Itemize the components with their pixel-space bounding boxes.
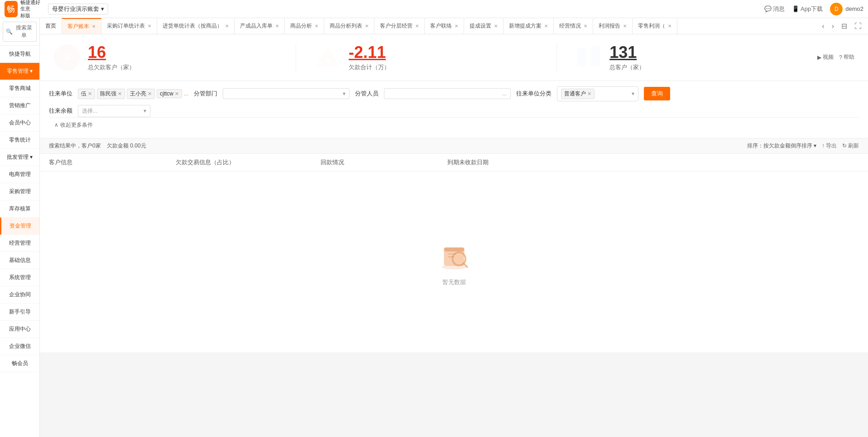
sort-select[interactable]: 排序：按欠款金额倒序排序 ▾ xyxy=(747,142,816,150)
tab-more-btn[interactable]: ⊟ xyxy=(839,21,850,31)
tab-customer-tier[interactable]: 客户分层经营 ✕ xyxy=(374,18,425,34)
sidebar-item-member[interactable]: 会员中心 xyxy=(0,114,39,132)
query-button[interactable]: 查询 xyxy=(644,87,670,100)
chevron-up-icon: ∧ xyxy=(54,122,58,128)
top-bar-right: 💬 消息 📱 App下载 D demo2 xyxy=(764,3,863,15)
sidebar-item-finance[interactable]: 资金管理 xyxy=(0,218,39,235)
tab-home[interactable]: 首页 xyxy=(40,18,62,34)
sidebar-search-area: 🔍 搜索菜单 xyxy=(0,18,39,46)
stat-value-overdue-count[interactable]: 16 xyxy=(88,43,135,62)
tab-close-cost-in[interactable]: ✕ xyxy=(275,24,279,28)
sidebar-item-newbie[interactable]: 新手引导 xyxy=(0,304,39,321)
help-btn[interactable]: ? 帮助 xyxy=(839,53,854,61)
video-icon: ▶ xyxy=(817,54,821,61)
remove-unit-type[interactable]: ✕ xyxy=(587,91,591,97)
tab-close-biz[interactable]: ✕ xyxy=(584,24,587,28)
svg-rect-3 xyxy=(577,48,586,66)
video-help-btn[interactable]: ▶ 视频 xyxy=(817,53,834,61)
sidebar-item-enterprise[interactable]: 企业协同 xyxy=(0,286,39,304)
tab-close-customer-link[interactable]: ✕ xyxy=(455,24,458,28)
collapse-btn[interactable]: ∧ 收起更多条件 xyxy=(51,119,96,131)
person-more-btn[interactable]: ... xyxy=(502,90,507,97)
filter-balance-select[interactable]: 选择... ▾ xyxy=(78,105,150,117)
tab-new-achieve[interactable]: 新增提成方案 ✕ xyxy=(504,18,554,34)
filter-row-2: 往来余额 选择... ▾ xyxy=(49,105,859,117)
tab-profit-report[interactable]: 利润报告 ✕ xyxy=(593,18,633,34)
tab-cost-in[interactable]: 产成品入库单 ✕ xyxy=(235,18,285,34)
filter-tag-3[interactable]: 王小亮 ✕ xyxy=(127,89,155,99)
sidebar-item-ecommerce[interactable]: 电商管理 xyxy=(0,166,39,183)
tab-next-btn[interactable]: › xyxy=(829,21,837,31)
user-area[interactable]: D demo2 xyxy=(830,3,863,15)
export-icon: ↑ xyxy=(822,142,825,149)
filter-dept-select[interactable]: ▾ xyxy=(223,88,350,99)
stat-label-overdue-amount: 欠款合计（万） xyxy=(349,63,390,71)
tab-goods-analysis-list[interactable]: 商品分析列表 ✕ xyxy=(324,18,374,34)
tab-customer-link[interactable]: 客户联络 ✕ xyxy=(425,18,464,34)
store-selector[interactable]: 母婴行业演示账套 ▾ xyxy=(48,4,108,14)
stat-value-overdue-amount[interactable]: -2.11 xyxy=(349,43,390,62)
filter-tag-unit-type[interactable]: 普通客户 ✕ xyxy=(561,89,595,99)
tab-close-goods-stats[interactable]: ✕ xyxy=(225,24,229,28)
sidebar-item-business-mgmt[interactable]: 经营管理 xyxy=(0,235,39,252)
remove-tag-4[interactable]: ✕ xyxy=(175,91,179,97)
filter-tag-1[interactable]: 伍 ✕ xyxy=(78,89,95,99)
sidebar-item-purchase[interactable]: 采购管理 xyxy=(0,183,39,200)
logo-area: 畅 畅捷通好生意 标版 xyxy=(5,0,44,19)
remove-tag-1[interactable]: ✕ xyxy=(88,91,92,97)
sidebar-item-retail-mgmt[interactable]: 零售管理 ▾ xyxy=(0,63,39,80)
tab-biz-status[interactable]: 经营情况 ✕ xyxy=(554,18,593,34)
sidebar-item-marketing[interactable]: 营销推广 xyxy=(0,97,39,114)
tab-fullscreen-btn[interactable]: ⛶ xyxy=(852,21,864,31)
tab-close-profit[interactable]: ✕ xyxy=(623,24,627,28)
sidebar-item-retail-mall[interactable]: 零售商城 xyxy=(0,80,39,97)
filter-tag-2[interactable]: 陈民强 ✕ xyxy=(97,89,125,99)
refresh-icon: ↻ xyxy=(842,142,847,149)
results-summary: 搜索结果中，客户0家 欠款金额 0.00元 xyxy=(49,142,146,150)
remove-tag-2[interactable]: ✕ xyxy=(118,91,122,97)
message-btn[interactable]: 💬 消息 xyxy=(764,5,785,13)
tab-close-customer-book[interactable]: ✕ xyxy=(92,24,96,29)
tab-goods-stats[interactable]: 进货单统计表（按商品） ✕ xyxy=(157,18,235,34)
sidebar-item-retail-stats[interactable]: 零售统计 xyxy=(0,132,39,149)
refresh-btn[interactable]: ↻ 刷新 xyxy=(842,142,859,150)
more-tags-btn[interactable]: ... xyxy=(184,90,188,97)
tab-goods-analysis[interactable]: 商品分析 ✕ xyxy=(285,18,324,34)
tab-close-goods-list[interactable]: ✕ xyxy=(365,24,369,28)
filter-tag-4[interactable]: cjttcw ✕ xyxy=(157,89,182,98)
tab-close-remind[interactable]: ✕ xyxy=(494,24,498,28)
sidebar-item-inventory[interactable]: 库存核算 xyxy=(0,200,39,218)
sidebar-item-app-center[interactable]: 应用中心 xyxy=(0,321,39,338)
sidebar-item-vip[interactable]: 畅会员 xyxy=(0,355,39,372)
filter-unit-type-select[interactable]: 普通客户 ✕ ▾ xyxy=(557,86,638,101)
tab-close-customer-tier[interactable]: ✕ xyxy=(415,24,419,28)
sidebar-item-wecom[interactable]: 企业微信 xyxy=(0,338,39,355)
svg-point-9 xyxy=(455,255,463,263)
app-download-btn[interactable]: 📱 App下载 xyxy=(792,5,823,13)
search-menu-button[interactable]: 🔍 搜索菜单 xyxy=(3,22,37,42)
tab-purchase-order[interactable]: 采购订单统计表 ✕ xyxy=(101,18,157,34)
tab-close-achieve[interactable]: ✕ xyxy=(544,24,548,28)
tab-customer-book[interactable]: 客户账本 ✕ xyxy=(62,18,101,34)
filter-person-select[interactable]: ... xyxy=(384,88,511,99)
stat-label-overdue-count: 总欠款客户（家） xyxy=(88,63,135,71)
tab-retail-profit[interactable]: 零售利润（ ✕ xyxy=(633,18,677,34)
table-header: 客户信息 欠款交易信息（占比） 回款情况 到期未收款日期 xyxy=(40,154,868,171)
collapse-row: ∧ 收起更多条件 xyxy=(49,117,859,133)
tab-prev-btn[interactable]: ‹ xyxy=(819,21,827,31)
stat-value-total-customers[interactable]: 131 xyxy=(609,43,645,62)
sidebar-item-quick-nav[interactable]: 快捷导航 xyxy=(0,46,39,63)
search-icon: 🔍 xyxy=(6,28,13,35)
sidebar-item-batch-mgmt[interactable]: 批发管理 ▾ xyxy=(0,149,39,166)
sidebar-item-base-info[interactable]: 基础信息 xyxy=(0,252,39,269)
remove-tag-3[interactable]: ✕ xyxy=(148,91,152,97)
tab-close-goods-analysis[interactable]: ✕ xyxy=(315,24,318,28)
export-btn[interactable]: ↑ 导出 xyxy=(822,142,837,150)
tab-remind-settings[interactable]: 提成设置 ✕ xyxy=(464,18,504,34)
tab-close-purchase[interactable]: ✕ xyxy=(148,24,151,28)
tab-close-retail-profit[interactable]: ✕ xyxy=(668,24,671,28)
mobile-icon: 📱 xyxy=(792,5,799,12)
filter-row-1: 往来单位 伍 ✕ 陈民强 ✕ 王小亮 xyxy=(49,86,859,101)
filter-tags-unit: 伍 ✕ 陈民强 ✕ 王小亮 ✕ xyxy=(78,89,188,99)
sidebar-item-system[interactable]: 系统管理 xyxy=(0,269,39,286)
